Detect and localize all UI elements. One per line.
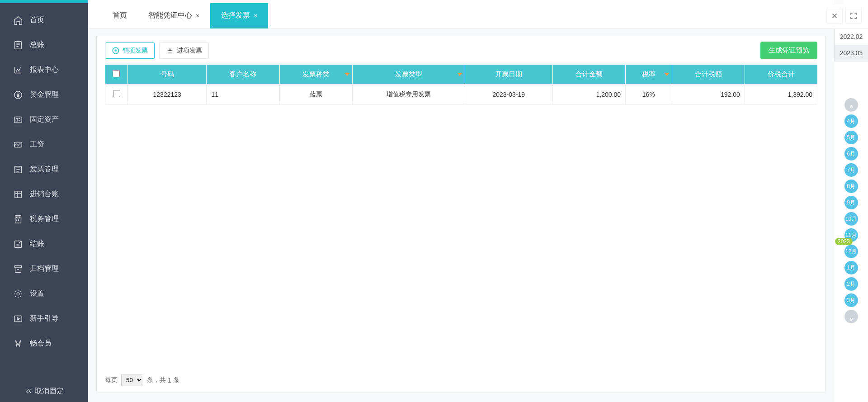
year-tab[interactable]: 2022.02 xyxy=(835,28,868,45)
tab-home[interactable]: 首页 xyxy=(102,3,138,28)
svg-rect-10 xyxy=(15,268,21,272)
book-icon xyxy=(13,189,24,200)
salary-icon xyxy=(13,139,24,150)
th-type[interactable]: 发票类型 xyxy=(352,65,465,85)
month-3[interactable]: 3月 xyxy=(844,293,858,307)
nav-settings[interactable]: 设置 xyxy=(0,281,88,306)
th-number[interactable]: 号码 xyxy=(128,65,207,85)
pager-per-select[interactable]: 50 xyxy=(121,374,143,386)
subtab-output-invoice[interactable]: 销项发票 xyxy=(105,43,155,59)
month-2[interactable]: 2月 xyxy=(844,277,858,291)
month-5[interactable]: 5月 xyxy=(844,131,858,144)
cell-number: 12322123 xyxy=(128,85,207,104)
table-row[interactable]: 12322123 11 蓝票 增值税专用发票 2023-03-19 1,200.… xyxy=(105,85,817,104)
month-1[interactable]: 1月 xyxy=(844,261,858,274)
subtab-input-invoice[interactable]: 进项发票 xyxy=(159,43,209,59)
month-12[interactable]: 12月 xyxy=(844,245,858,258)
nav-label: 发票管理 xyxy=(30,165,59,174)
fullscreen-icon xyxy=(849,12,858,20)
cell-tax: 192.00 xyxy=(672,85,745,104)
th-total[interactable]: 价税合计 xyxy=(745,65,817,85)
tab-select-invoice[interactable]: 选择发票 × xyxy=(210,3,268,28)
month-10[interactable]: 10月 xyxy=(844,212,858,226)
tab-label: 选择发票 xyxy=(221,11,250,20)
pager: 每页 50 条，共 1 条 xyxy=(105,374,179,386)
nav-invoice[interactable]: 发票管理 xyxy=(0,157,88,182)
th-date[interactable]: 开票日期 xyxy=(465,65,552,85)
cell-total: 1,392.00 xyxy=(745,85,817,104)
month-scroll-up[interactable] xyxy=(844,98,858,112)
cell-date: 2023-03-19 xyxy=(465,85,552,104)
member-icon xyxy=(13,338,24,349)
nav-ledger[interactable]: 总账 xyxy=(0,33,88,57)
chevron-down-icon xyxy=(345,73,349,76)
nav-stock[interactable]: 进销台账 xyxy=(0,182,88,207)
play-icon xyxy=(13,313,24,324)
nav-close[interactable]: 结账 xyxy=(0,232,88,256)
subtab-label: 进项发票 xyxy=(177,47,202,55)
th-rate[interactable]: 税率 xyxy=(625,65,672,85)
row-checkbox[interactable] xyxy=(113,90,120,97)
th-tax[interactable]: 合计税额 xyxy=(672,65,745,85)
month-4[interactable]: 4月 xyxy=(844,114,858,128)
yen-icon xyxy=(13,90,24,100)
input-icon xyxy=(166,47,174,55)
nav-archive[interactable]: 归档管理 xyxy=(0,256,88,281)
svg-point-11 xyxy=(17,293,19,295)
nav-label: 进销台账 xyxy=(30,189,59,199)
svg-rect-12 xyxy=(14,316,22,322)
nav-tax[interactable]: 税务管理 xyxy=(0,207,88,232)
pager-count: 1 xyxy=(168,377,171,384)
generate-voucher-button[interactable]: 生成凭证预览 xyxy=(760,42,817,59)
close-all-button[interactable] xyxy=(826,8,843,24)
month-scroll-down[interactable] xyxy=(844,310,858,323)
fullscreen-button[interactable] xyxy=(845,8,862,24)
nav-label: 工资 xyxy=(30,140,44,149)
nav-asset[interactable]: 固定资产 xyxy=(0,107,88,132)
nav-label: 畅会员 xyxy=(30,339,52,348)
nav-label: 设置 xyxy=(30,289,44,298)
cell-type: 增值税专用发票 xyxy=(352,85,465,104)
invoice-table: 号码 客户名称 发票种类 发票类型 开票日期 合计金额 税率 合计税额 价税合计… xyxy=(105,65,817,104)
nav-member[interactable]: 畅会员 xyxy=(0,331,88,356)
svg-rect-0 xyxy=(15,41,22,49)
svg-rect-2 xyxy=(14,117,22,123)
month-column: 4月 5月 6月 7月 8月 9月 10月 11月 12月 1月 2月 3月 2… xyxy=(834,97,868,325)
nav-list: 首页 总账 报表中心 资金管理 固定资产 工资 发票管理 进销台账 xyxy=(0,3,88,356)
nav-home[interactable]: 首页 xyxy=(0,8,88,33)
close-icon xyxy=(830,12,839,20)
output-icon xyxy=(112,47,120,55)
nav-label: 结账 xyxy=(30,239,44,249)
chevron-down-icon xyxy=(665,73,669,76)
nav-guide[interactable]: 新手引导 xyxy=(0,306,88,331)
month-6[interactable]: 6月 xyxy=(844,147,858,161)
nav-label: 固定资产 xyxy=(30,115,59,124)
th-customer[interactable]: 客户名称 xyxy=(207,65,279,85)
close-period-icon xyxy=(13,239,24,250)
tabs-scroll-right[interactable] xyxy=(833,0,844,5)
month-7[interactable]: 7月 xyxy=(844,163,858,177)
tab-close-icon[interactable]: × xyxy=(196,12,199,19)
year-tabs: 2022.02 2023.03 xyxy=(834,28,868,61)
pager-unit: 条，共 xyxy=(147,376,166,384)
sidebar-collapse[interactable]: 取消固定 xyxy=(0,380,88,402)
year-tab[interactable]: 2023.03 xyxy=(835,45,868,61)
nav-label: 新手引导 xyxy=(30,314,59,323)
cell-customer: 11 xyxy=(207,85,279,104)
home-icon xyxy=(13,15,24,26)
tab-voucher-center[interactable]: 智能凭证中心 × xyxy=(138,3,210,28)
nav-report[interactable]: 报表中心 xyxy=(0,57,88,82)
nav-fund[interactable]: 资金管理 xyxy=(0,82,88,107)
subtab-label: 销项发票 xyxy=(123,47,148,55)
month-9[interactable]: 9月 xyxy=(844,196,858,209)
tab-close-icon[interactable]: × xyxy=(254,12,257,19)
select-all-checkbox[interactable] xyxy=(113,70,120,77)
th-amount[interactable]: 合计金额 xyxy=(552,65,625,85)
nav-label: 归档管理 xyxy=(30,264,59,274)
nav-label: 资金管理 xyxy=(30,90,59,99)
nav-label: 首页 xyxy=(30,15,44,25)
month-8[interactable]: 8月 xyxy=(844,180,858,193)
nav-salary[interactable]: 工资 xyxy=(0,132,88,157)
cell-rate: 16% xyxy=(625,85,672,104)
th-kind[interactable]: 发票种类 xyxy=(279,65,352,85)
